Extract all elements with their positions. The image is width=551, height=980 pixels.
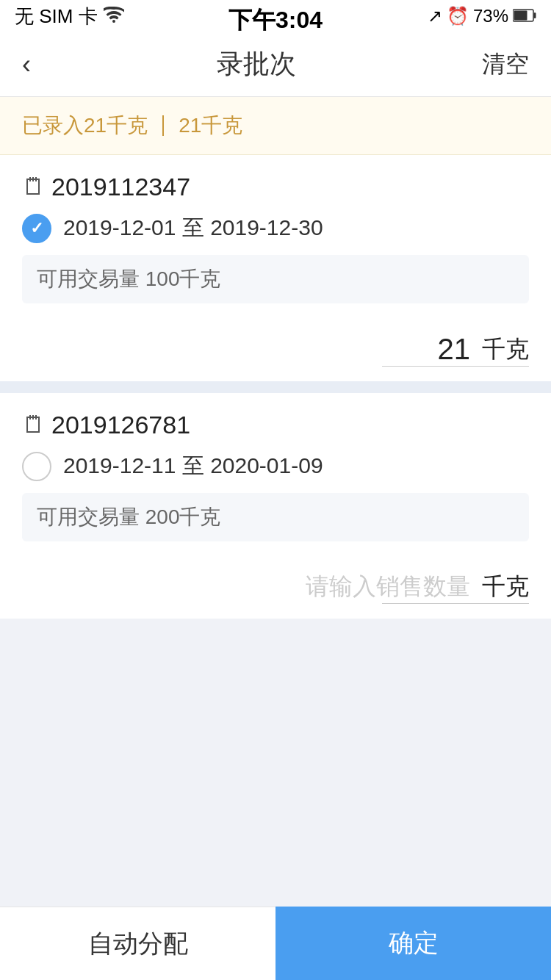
batch-2-unit: 千克 <box>482 571 529 603</box>
summary-banner: 已录入21千克 21千克 <box>0 97 551 155</box>
batch-1-available: 可用交易量 100千克 <box>22 255 529 303</box>
batch-2-qty-row[interactable]: 请输入销售数量 千克 <box>0 556 551 603</box>
status-right: ↗ ⏰ 73% <box>428 6 536 26</box>
check-mark-icon: ✓ <box>30 219 43 238</box>
page-title: 录批次 <box>217 46 296 82</box>
location-icon: ↗ <box>428 6 442 26</box>
svg-rect-2 <box>514 11 527 21</box>
batch-card-2: 🗒 2019126781 2019-12-11 至 2020-01-09 可用交… <box>0 393 551 619</box>
status-bar: 无 SIM 卡 下午3:04 ↗ ⏰ 73% <box>0 0 551 32</box>
confirm-button[interactable]: 确定 <box>276 907 551 980</box>
battery-icon <box>513 6 536 26</box>
batch-1-qty-row: 21 千克 <box>0 318 551 366</box>
batch-1-qty-value[interactable]: 21 <box>426 333 470 366</box>
batch-1-date-row[interactable]: ✓ 2019-12-01 至 2019-12-30 <box>22 213 529 243</box>
bottom-bar: 自动分配 确定 <box>0 907 551 980</box>
summary-label: 已录入21千克 <box>22 112 148 140</box>
back-button[interactable]: ‹ <box>22 49 31 80</box>
batch-2-radio[interactable] <box>22 452 51 481</box>
batch-2-id-text: 2019126781 <box>51 411 190 439</box>
batch-1-id-text: 2019112347 <box>51 173 190 201</box>
clear-button[interactable]: 清空 <box>482 48 529 81</box>
batch-2-qty-placeholder[interactable]: 请输入销售数量 <box>306 571 470 603</box>
batch-2-available: 可用交易量 200千克 <box>22 493 529 541</box>
status-time: 下午3:04 <box>228 4 323 37</box>
nav-bar: ‹ 录批次 清空 <box>0 32 551 97</box>
batch-2-underline-row <box>0 603 551 619</box>
batch-2-id-row: 🗒 2019126781 <box>22 411 529 439</box>
batch-1-id-icon: 🗒 <box>22 173 46 201</box>
batch-1-radio[interactable]: ✓ <box>22 214 51 243</box>
summary-divider <box>162 115 164 136</box>
status-left: 无 SIM 卡 <box>15 4 124 29</box>
batch-card-1: 🗒 2019112347 ✓ 2019-12-01 至 2019-12-30 可… <box>0 155 551 381</box>
batch-1-date: 2019-12-01 至 2019-12-30 <box>63 213 323 243</box>
alarm-icon: ⏰ <box>447 6 469 26</box>
svg-rect-1 <box>534 12 536 18</box>
batch-1-unit: 千克 <box>482 334 529 366</box>
batch-card-2-inner: 🗒 2019126781 2019-12-11 至 2020-01-09 可用交… <box>0 393 551 556</box>
card-divider-1 <box>0 381 551 393</box>
batch-2-id-icon: 🗒 <box>22 411 46 439</box>
carrier-text: 无 SIM 卡 <box>15 4 98 29</box>
batch-1-id-row: 🗒 2019112347 <box>22 173 529 201</box>
summary-value: 21千克 <box>179 112 242 140</box>
batch-1-underline-row <box>0 366 551 381</box>
wifi-icon <box>104 5 124 28</box>
batch-2-date: 2019-12-11 至 2020-01-09 <box>63 451 323 481</box>
auto-distribute-button[interactable]: 自动分配 <box>0 907 276 980</box>
batch-2-underline <box>382 603 529 604</box>
batch-1-underline <box>382 366 529 367</box>
content-area: 🗒 2019112347 ✓ 2019-12-01 至 2019-12-30 可… <box>0 155 551 692</box>
batch-card-1-inner: 🗒 2019112347 ✓ 2019-12-01 至 2019-12-30 可… <box>0 155 551 318</box>
battery-text: 73% <box>473 6 508 26</box>
batch-2-date-row[interactable]: 2019-12-11 至 2020-01-09 <box>22 451 529 481</box>
